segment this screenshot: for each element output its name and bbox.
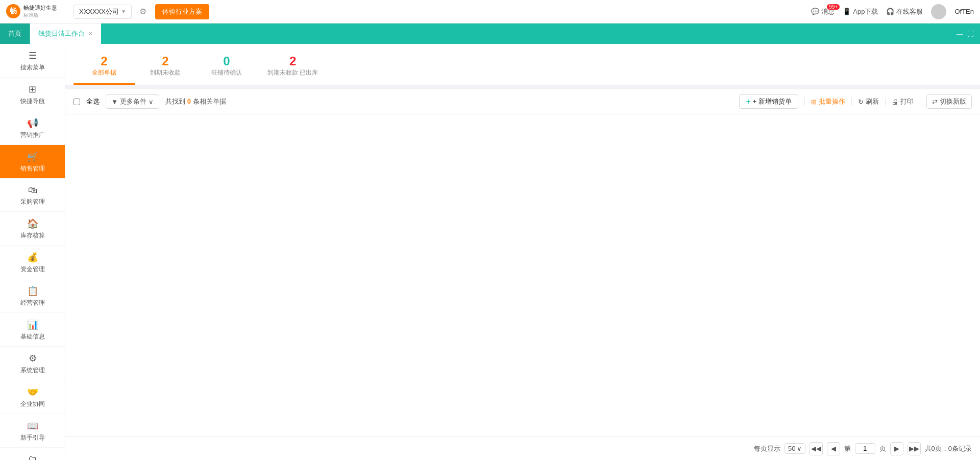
top-header: 畅 畅捷通好生意 标准版 XXXXXX公司 ▼ ⚙ 体验行业方案 💬 消息 99… — [0, 0, 980, 23]
maximize-icon[interactable]: ⛶ — [967, 30, 974, 38]
chevron-down-icon: ∨ — [149, 98, 154, 106]
sidebar-item-purchase[interactable]: 🛍 采购管理 — [0, 179, 65, 212]
username: OfTEn — [954, 8, 974, 15]
system-icon: ⚙ — [29, 353, 37, 364]
print-icon: 🖨 — [892, 98, 898, 106]
header-right: 💬 消息 99+ 📱 App下载 🎧 在线客服 OfTEn — [811, 4, 974, 19]
sidebar-item-app-center[interactable]: 🗂 应用中心 — [0, 448, 65, 460]
inventory-icon: 🏠 — [27, 218, 38, 229]
purchase-icon: 🛍 — [28, 185, 37, 196]
sidebar-item-guide[interactable]: 📖 新手引导 — [0, 414, 65, 448]
found-count: 0 — [187, 98, 191, 105]
sidebar-item-finance[interactable]: 💰 资金管理 — [0, 246, 65, 279]
sidebar-item-operation[interactable]: 📋 经营管理 — [0, 279, 65, 313]
batch-icon: ⊞ — [811, 98, 817, 106]
summary-tabs-row: 2 全部单据 2 到期未收款 0 旺铺待确认 2 到期未收款 已出库 — [74, 50, 972, 85]
online-service-icon: 🎧 — [886, 8, 894, 15]
operation-icon: 📋 — [27, 285, 38, 297]
sales-icon: 🛒 — [27, 151, 38, 162]
summary-tab-wangpu[interactable]: 0 旺铺待确认 — [196, 50, 257, 85]
select-all-label: 全选 — [86, 97, 100, 106]
prev-page-button[interactable]: ◀ — [827, 442, 840, 455]
switch-icon: ⇄ — [932, 98, 938, 106]
next-page-button[interactable]: ▶ — [890, 442, 903, 455]
search-menu-icon: ☰ — [29, 50, 37, 61]
main-layout: ☰ 搜索菜单 ⊞ 快捷导航 📢 营销推广 🛒 销售管理 🛍 采购管理 🏠 库存核… — [0, 44, 980, 460]
first-page-button[interactable]: ◀◀ — [810, 442, 823, 455]
guide-icon: 📖 — [27, 420, 38, 431]
sidebar-item-quick-nav[interactable]: ⊞ 快捷导航 — [0, 78, 65, 111]
summary-tab-all[interactable]: 2 全部单据 — [74, 50, 135, 85]
sidebar-item-marketing[interactable]: 📢 营销推广 — [0, 111, 65, 145]
print-button[interactable]: 🖨 打印 — [892, 97, 914, 106]
app-center-icon: 🗂 — [28, 454, 37, 460]
settings-icon[interactable]: ⚙ — [136, 5, 150, 19]
total-records-text: 共0页，0条记录 — [925, 444, 972, 453]
logo-badge: 标准版 — [23, 12, 57, 19]
tab-home[interactable]: 首页 — [0, 23, 30, 44]
logo-area: 畅 畅捷通好生意 标准版 — [6, 4, 71, 18]
filter-icon: ▼ — [111, 98, 118, 106]
filter-button[interactable]: ▼ 更多条件 ∨ — [106, 94, 159, 109]
plus-icon: + — [746, 97, 750, 106]
refresh-icon: ↻ — [858, 98, 864, 106]
logo-icon: 畅 — [6, 4, 20, 18]
tab-close-icon[interactable]: × — [89, 30, 92, 37]
logo-text: 畅捷通好生意 — [23, 4, 57, 11]
switch-new-version-button[interactable]: ⇄ 切换新版 — [926, 94, 972, 109]
select-all-checkbox[interactable] — [74, 99, 80, 105]
enterprise-icon: 🤝 — [27, 386, 38, 398]
divider4 — [920, 98, 920, 106]
quick-nav-icon: ⊞ — [29, 84, 36, 95]
sidebar-item-inventory[interactable]: 🏠 库存核算 — [0, 212, 65, 246]
message-icon: 💬 — [811, 8, 819, 15]
summary-tab-overdue-out[interactable]: 2 到期未收款 已出库 — [257, 50, 328, 85]
toolbar: 全选 ▼ 更多条件 ∨ 共找到 0 条相关单据 + + 新增销货单 ⊞ 批量操作 — [65, 89, 980, 114]
divider — [804, 98, 805, 106]
sidebar-item-system[interactable]: ⚙ 系统管理 — [0, 347, 65, 380]
last-page-button[interactable]: ▶▶ — [908, 442, 921, 455]
sidebar-item-enterprise[interactable]: 🤝 企业协同 — [0, 380, 65, 414]
dropdown-arrow-icon: ▼ — [121, 9, 126, 14]
sidebar-item-search[interactable]: ☰ 搜索菜单 — [0, 44, 65, 78]
new-sales-order-button[interactable]: + + 新增销货单 — [739, 94, 798, 109]
found-text: 共找到 0 条相关单据 — [165, 97, 226, 106]
pagination: 每页显示 50 ∨ ◀◀ ◀ 第 页 ▶ ▶▶ 共0页，0条记录 — [65, 437, 980, 460]
app-download-item[interactable]: 📱 App下载 — [843, 7, 878, 16]
tab-qianhuoriqing[interactable]: 钱货日清工作台 × — [30, 23, 101, 44]
content-area: 2 全部单据 2 到期未收款 0 旺铺待确认 2 到期未收款 已出库 — [65, 44, 980, 460]
summary-tabs: 2 全部单据 2 到期未收款 0 旺铺待确认 2 到期未收款 已出库 — [65, 44, 980, 85]
divider2 — [851, 98, 852, 106]
window-controls: — ⛶ — [950, 30, 980, 38]
page-size-select[interactable]: 50 ∨ — [785, 443, 805, 454]
finance-icon: 💰 — [27, 252, 38, 263]
page-number-input[interactable] — [855, 443, 875, 454]
basic-info-icon: 📊 — [27, 319, 38, 330]
refresh-button[interactable]: ↻ 刷新 — [858, 97, 879, 106]
message-badge: 99+ — [827, 4, 840, 10]
message-item[interactable]: 💬 消息 99+ — [811, 7, 835, 16]
sidebar-item-sales[interactable]: 🛒 销售管理 — [0, 145, 65, 179]
divider3 — [885, 98, 886, 106]
marketing-icon: 📢 — [27, 117, 38, 129]
batch-operation-button[interactable]: ⊞ 批量操作 — [811, 97, 845, 106]
summary-tab-overdue[interactable]: 2 到期未收款 — [135, 50, 196, 85]
minimize-icon[interactable]: — — [957, 30, 963, 38]
page-size-arrow-icon: ∨ — [797, 445, 802, 452]
tab-bar: 首页 钱货日清工作台 × — ⛶ — [0, 23, 980, 44]
avatar[interactable] — [931, 4, 946, 19]
online-service-item[interactable]: 🎧 在线客服 — [886, 7, 923, 16]
company-selector[interactable]: XXXXXX公司 ▼ — [74, 5, 132, 19]
sidebar-item-basic-info[interactable]: 📊 基础信息 — [0, 313, 65, 347]
sidebar: ☰ 搜索菜单 ⊞ 快捷导航 📢 营销推广 🛒 销售管理 🛍 采购管理 🏠 库存核… — [0, 44, 65, 460]
app-download-icon: 📱 — [843, 8, 851, 15]
trial-button[interactable]: 体验行业方案 — [155, 4, 209, 19]
table-area — [65, 114, 980, 437]
toolbar-right: + + 新增销货单 ⊞ 批量操作 ↻ 刷新 🖨 打印 — [739, 94, 972, 109]
